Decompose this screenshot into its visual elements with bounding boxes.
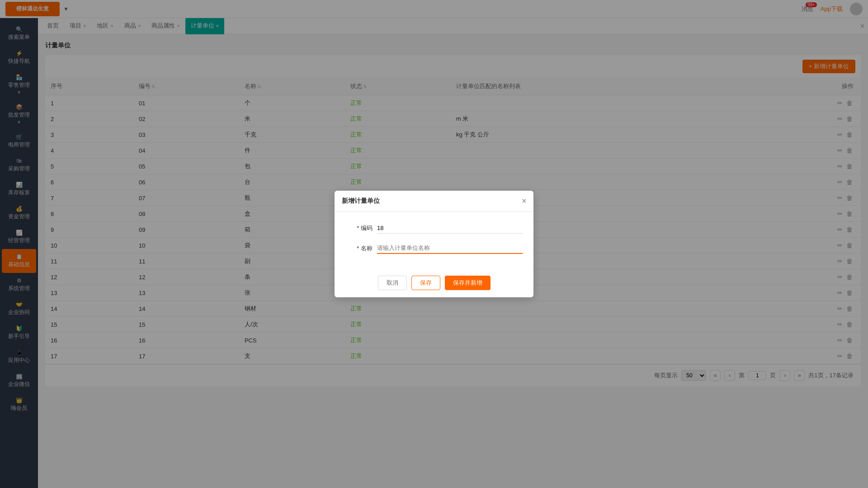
form-row-name: * 名称 xyxy=(345,243,523,254)
modal-body: * 编码 * 名称 xyxy=(335,212,533,270)
code-input[interactable] xyxy=(377,223,523,234)
modal-footer: 取消 保存 保存并新增 xyxy=(335,270,533,297)
cancel-button[interactable]: 取消 xyxy=(378,276,407,290)
modal-add-measure-unit: 新增计量单位 × * 编码 * 名称 取消 保存 保存并新增 xyxy=(335,191,533,297)
save-button[interactable]: 保存 xyxy=(411,276,440,290)
form-label-name: * 名称 xyxy=(345,244,373,253)
modal-close-button[interactable]: × xyxy=(522,197,526,205)
modal-overlay[interactable]: 新增计量单位 × * 编码 * 名称 取消 保存 保存并新增 xyxy=(0,0,868,488)
name-input[interactable] xyxy=(377,243,523,254)
form-label-code: * 编码 xyxy=(345,224,373,232)
modal-title: 新增计量单位 xyxy=(342,197,380,205)
save-new-button[interactable]: 保存并新增 xyxy=(445,276,491,290)
modal-header: 新增计量单位 × xyxy=(335,191,533,212)
form-row-code: * 编码 xyxy=(345,223,523,234)
